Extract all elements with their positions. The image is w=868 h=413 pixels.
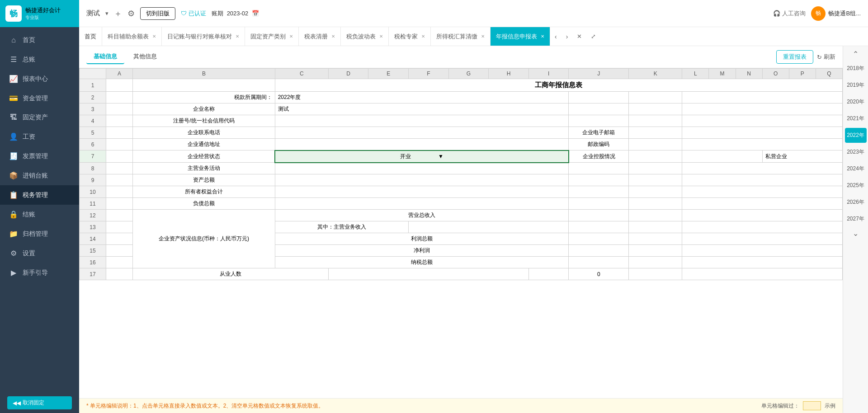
cell-a15[interactable] xyxy=(106,245,133,257)
year-2020[interactable]: 2020年 xyxy=(845,94,867,109)
tab-close-icon[interactable]: ✕ xyxy=(541,34,544,39)
cell-j8[interactable] xyxy=(569,163,629,174)
dropdown-arrow-icon[interactable]: ▾ xyxy=(105,10,108,17)
cell-j15[interactable] xyxy=(569,245,629,257)
tab-fixed[interactable]: 固定资产类别 ✕ xyxy=(245,27,299,46)
cell-c11[interactable] xyxy=(275,198,569,210)
cell-rest4[interactable] xyxy=(682,115,843,127)
cell-k14[interactable] xyxy=(629,233,682,245)
cell-k15[interactable] xyxy=(629,245,682,257)
cell-a9[interactable] xyxy=(106,174,133,186)
cell-rest8[interactable] xyxy=(682,163,843,174)
year-2024[interactable]: 2024年 xyxy=(845,161,867,176)
sidebar-item-funds[interactable]: 💳 资金管理 xyxy=(0,89,79,108)
cell-j12[interactable] xyxy=(569,210,629,221)
cell-k7[interactable] xyxy=(629,150,682,163)
cell-rest3[interactable] xyxy=(682,103,843,115)
cell-j3[interactable] xyxy=(569,103,629,115)
cell-d17[interactable] xyxy=(328,268,528,280)
col-header-n[interactable]: N xyxy=(736,69,762,79)
tab-prev-button[interactable]: ‹ xyxy=(550,27,561,46)
sidebar-item-reports[interactable]: 📈 报表中心 xyxy=(0,69,79,89)
cell-k16[interactable] xyxy=(629,257,682,268)
add-button[interactable]: ＋ xyxy=(114,8,122,19)
sidebar-item-assets[interactable]: 🏗 固定资产 xyxy=(0,108,79,127)
cell-j2[interactable] xyxy=(569,92,629,103)
cell-k2[interactable] xyxy=(629,92,682,103)
sidebar-item-payroll[interactable]: 👤 工资 xyxy=(0,127,79,146)
year-2027[interactable]: 2027年 xyxy=(845,211,867,226)
cell-a10[interactable] xyxy=(106,186,133,198)
cell-a1[interactable] xyxy=(106,79,133,92)
cell-a12[interactable] xyxy=(106,210,133,221)
tab-taxwave[interactable]: 税负波动表 ✕ xyxy=(341,27,389,46)
cell-c4[interactable] xyxy=(275,115,569,127)
cell-k3[interactable] xyxy=(629,103,682,115)
unpin-button[interactable]: ◀◀ 取消固定 xyxy=(7,396,72,409)
col-header-g[interactable]: G xyxy=(448,69,489,79)
col-header-m[interactable]: M xyxy=(709,69,736,79)
cell-rest16[interactable] xyxy=(682,257,843,268)
cell-c3[interactable]: 测试 xyxy=(275,103,569,115)
cell-rest2[interactable] xyxy=(682,92,843,103)
cell-k5[interactable] xyxy=(629,127,682,139)
sidebar-item-ledger[interactable]: ☰ 总账 xyxy=(0,50,79,69)
col-header-l[interactable]: L xyxy=(682,69,709,79)
tab-close-icon[interactable]: ✕ xyxy=(331,34,335,39)
cell-rest6[interactable] xyxy=(682,139,843,150)
cell-rest14[interactable] xyxy=(682,233,843,245)
dropdown-arrow-icon[interactable]: ▼ xyxy=(438,153,443,160)
user-menu[interactable]: 畅 畅捷通B组... xyxy=(811,6,861,21)
cell-a4[interactable] xyxy=(106,115,133,127)
cell-j16[interactable] xyxy=(569,257,629,268)
cell-c10[interactable] xyxy=(275,186,569,198)
cell-k13[interactable] xyxy=(629,221,682,233)
year-2025[interactable]: 2025年 xyxy=(845,178,867,193)
tab-journal[interactable]: 日记账与银行对账单核对 ✕ xyxy=(162,27,245,46)
cell-c7-active[interactable]: 开业 ▼ xyxy=(275,150,569,163)
switch-version-button[interactable]: 切到旧版 xyxy=(140,7,175,20)
col-header-q[interactable]: Q xyxy=(816,69,842,79)
cell-a7[interactable] xyxy=(106,150,133,163)
cell-rest13[interactable] xyxy=(682,221,843,233)
year-2018[interactable]: 2018年 xyxy=(845,61,867,76)
sidebar-item-inventory[interactable]: 📦 进销台账 xyxy=(0,166,79,185)
sidebar-item-invoice[interactable]: 🧾 发票管理 xyxy=(0,146,79,166)
cell-rest17[interactable] xyxy=(682,268,843,280)
tab-basic-info[interactable]: 基础信息 xyxy=(86,50,124,64)
cell-k11[interactable] xyxy=(629,198,682,210)
cell-a2[interactable] xyxy=(106,92,133,103)
col-header-f[interactable]: F xyxy=(409,69,449,79)
cell-rest10[interactable] xyxy=(682,186,843,198)
cell-k6[interactable] xyxy=(629,139,682,150)
cell-rest12[interactable] xyxy=(682,210,843,221)
cell-k12[interactable] xyxy=(629,210,682,221)
spreadsheet-container[interactable]: A B C D E F G H I J K L M xyxy=(79,68,843,398)
col-header-b[interactable]: B xyxy=(133,69,275,79)
cell-k4[interactable] xyxy=(629,115,682,127)
cell-j4[interactable] xyxy=(569,115,629,127)
year-2021[interactable]: 2021年 xyxy=(845,111,867,126)
cell-rest9[interactable] xyxy=(682,174,843,186)
tab-close-icon[interactable]: ✕ xyxy=(152,34,156,39)
cell-a11[interactable] xyxy=(106,198,133,210)
tab-close-icon[interactable]: ✕ xyxy=(236,34,239,39)
col-header-h[interactable]: H xyxy=(489,69,529,79)
support-button[interactable]: 🎧 人工咨询 xyxy=(773,9,806,18)
col-header-a[interactable]: A xyxy=(106,69,133,79)
cell-k8[interactable] xyxy=(629,163,682,174)
cell-k9[interactable] xyxy=(629,174,682,186)
cell-a17[interactable] xyxy=(106,268,133,280)
cell-j14[interactable] xyxy=(569,233,629,245)
tab-next-button[interactable]: › xyxy=(561,27,573,46)
tab-close-icon[interactable]: ✕ xyxy=(481,34,485,39)
cell-a13[interactable] xyxy=(106,221,133,233)
tab-close-icon[interactable]: ✕ xyxy=(421,34,425,39)
calendar-icon[interactable]: 📅 xyxy=(252,10,259,17)
cell-rest15[interactable] xyxy=(682,245,843,257)
cell-j13[interactable] xyxy=(569,221,629,233)
sidebar-item-home[interactable]: ⌂ 首页 xyxy=(0,31,79,50)
cell-c8[interactable] xyxy=(275,163,569,174)
cell-j9[interactable] xyxy=(569,174,629,186)
tab-income[interactable]: 所得税汇算清缴 ✕ xyxy=(431,27,491,46)
